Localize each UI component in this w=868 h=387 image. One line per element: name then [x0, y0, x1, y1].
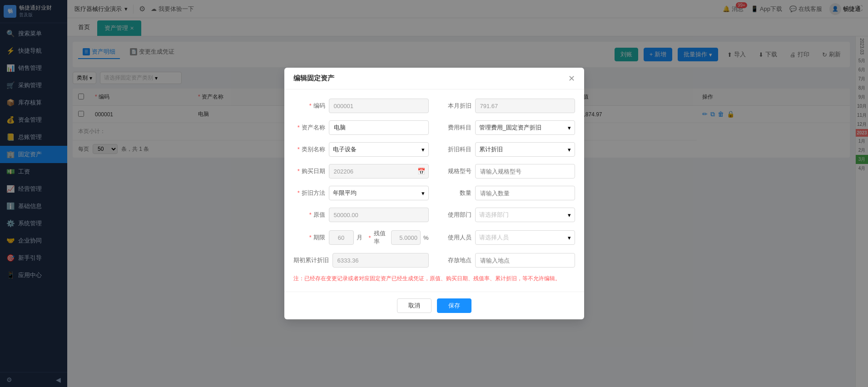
calendar-icon: 📅	[417, 168, 425, 175]
location-label: 存放地点	[440, 256, 471, 264]
spec-input[interactable]	[475, 164, 575, 179]
period-unit: 月	[357, 233, 362, 242]
note-text: 注：已经存在变更记录或者对应固定资产已经生成凭证，原值、购买日期、残值率、累计折…	[293, 275, 560, 282]
form-item-dep-subject: 折旧科目 累计折旧 ▾	[440, 142, 575, 157]
method-dropdown-icon: ▾	[422, 190, 425, 197]
residual-label: 残值率	[374, 229, 388, 246]
monthly-dep-input[interactable]	[475, 99, 575, 113]
method-value: 年限平均	[333, 189, 357, 197]
form-item-name: 资产名称	[293, 120, 429, 135]
category-dropdown-icon: ▾	[422, 146, 425, 153]
expense-subject-label: 费用科目	[440, 124, 471, 132]
purchase-date-label: 购买日期	[293, 167, 325, 175]
form-item-purchase-date: 购买日期 📅	[293, 164, 429, 179]
period-input[interactable]	[329, 230, 354, 245]
initial-dep-label: 期初累计折旧	[293, 256, 329, 264]
modal-close-icon[interactable]: ✕	[568, 74, 575, 83]
form-item-period: 期限 月 * 残值率 %	[293, 229, 429, 246]
spec-label: 规格型号	[440, 167, 471, 175]
form-item-person: 使用人员 请选择人员 ▾	[440, 229, 575, 246]
form-item-expense-subject: 费用科目 管理费用_固定资产折旧 ▾	[440, 120, 575, 135]
form-item-monthly-dep: 本月折旧	[440, 99, 575, 113]
form-item-original-value: 原值	[293, 208, 429, 222]
form-item-location: 存放地点	[440, 253, 575, 268]
method-label: 折旧方法	[293, 189, 325, 197]
person-dropdown-icon: ▾	[568, 234, 571, 241]
quantity-input[interactable]	[475, 186, 575, 200]
department-select[interactable]: 请选择部门 ▾	[475, 208, 575, 222]
person-select[interactable]: 请选择人员 ▾	[475, 230, 575, 245]
residual-unit: %	[423, 234, 429, 241]
category-value: 电子设备	[333, 145, 357, 154]
department-dropdown-icon: ▾	[568, 212, 571, 218]
period-residual-row: 月 * 残值率 %	[329, 229, 429, 246]
modal-overlay: 编辑固定资产 ✕ 编码 本月折旧 资产名称	[0, 0, 868, 387]
monthly-dep-label: 本月折旧	[440, 102, 471, 110]
residual-input[interactable]	[391, 230, 421, 245]
person-placeholder: 请选择人员	[479, 233, 509, 242]
initial-dep-input[interactable]	[332, 253, 429, 268]
dep-subject-value: 累计折旧	[479, 145, 503, 154]
expense-subject-dropdown-icon: ▾	[568, 124, 571, 131]
expense-subject-select[interactable]: 管理费用_固定资产折旧 ▾	[475, 120, 575, 135]
dep-subject-dropdown-icon: ▾	[568, 146, 571, 153]
modal-body: 编码 本月折旧 资产名称 费用科目 管理费用_固定资产折旧	[284, 89, 584, 292]
expense-subject-value: 管理费用_固定资产折旧	[479, 124, 541, 132]
code-label: 编码	[293, 102, 325, 110]
form-note: 注：已经存在变更记录或者对应固定资产已经生成凭证，原值、购买日期、残值率、累计折…	[293, 275, 575, 283]
location-input[interactable]	[475, 253, 575, 268]
purchase-date-wrapper: 📅	[329, 164, 429, 179]
form-item-initial-dep: 期初累计折旧	[293, 253, 429, 268]
form-item-code: 编码	[293, 99, 429, 113]
modal-title: 编辑固定资产	[293, 74, 334, 83]
quantity-label: 数量	[440, 189, 471, 197]
purchase-date-input[interactable]	[329, 164, 429, 179]
modal-footer: 取消 保存	[284, 292, 584, 319]
original-value-input[interactable]	[329, 208, 429, 222]
name-input[interactable]	[329, 120, 429, 135]
category-select[interactable]: 电子设备 ▾	[329, 142, 429, 157]
form-grid: 编码 本月折旧 资产名称 费用科目 管理费用_固定资产折旧	[293, 99, 575, 283]
dep-subject-select[interactable]: 累计折旧 ▾	[475, 142, 575, 157]
form-item-method: 折旧方法 年限平均 ▾	[293, 186, 429, 200]
cancel-button[interactable]: 取消	[397, 298, 432, 313]
department-label: 使用部门	[440, 211, 471, 219]
form-item-quantity: 数量	[440, 186, 575, 200]
person-label: 使用人员	[440, 233, 471, 242]
edit-asset-modal: 编辑固定资产 ✕ 编码 本月折旧 资产名称	[284, 68, 584, 319]
original-value-label: 原值	[293, 211, 325, 219]
form-item-category: 类别名称 电子设备 ▾	[293, 142, 429, 157]
form-item-spec: 规格型号	[440, 164, 575, 179]
form-item-department: 使用部门 请选择部门 ▾	[440, 208, 575, 222]
name-label: 资产名称	[293, 124, 325, 132]
category-label: 类别名称	[293, 145, 325, 154]
method-select[interactable]: 年限平均 ▾	[329, 186, 429, 200]
code-input[interactable]	[329, 99, 429, 113]
dep-subject-label: 折旧科目	[440, 145, 471, 154]
residual-asterisk: *	[369, 234, 371, 241]
department-placeholder: 请选择部门	[479, 211, 509, 219]
period-label: 期限	[293, 233, 325, 242]
save-button[interactable]: 保存	[437, 298, 471, 313]
modal-header: 编辑固定资产 ✕	[284, 68, 584, 89]
